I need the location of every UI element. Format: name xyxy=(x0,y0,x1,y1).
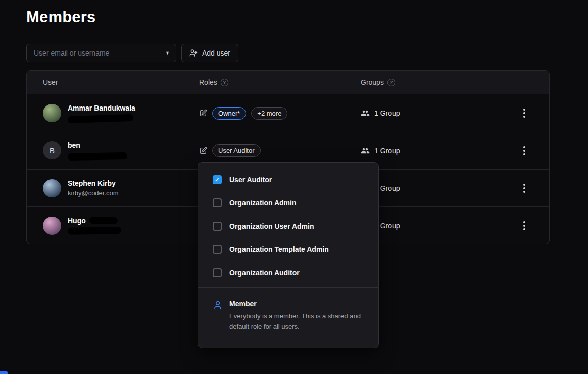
user-filter-input[interactable] xyxy=(33,48,161,58)
kebab-menu-button[interactable] xyxy=(516,105,532,121)
user-cell: Ammar Bandukwala xyxy=(27,104,199,123)
role-option[interactable]: Organization Auditor xyxy=(198,261,378,284)
user-plus-icon xyxy=(189,49,198,57)
member-role-info: Member Everybody is a member. This is a … xyxy=(198,288,378,332)
table-row: Ammar Bandukwala Owner* +2 more 1 Group xyxy=(27,94,549,132)
actions-cell xyxy=(509,218,549,234)
user-cell: B ben xyxy=(27,141,199,160)
toolbar: ▼ Add user xyxy=(26,44,238,62)
groups-cell: 1 Group xyxy=(361,146,509,155)
user-name: ben xyxy=(68,141,127,150)
kebab-menu-button[interactable] xyxy=(516,218,532,234)
roles-popover: User Auditor Organization Admin Organiza… xyxy=(198,162,379,348)
groups-cell: 1 Group xyxy=(361,109,509,118)
groups-icon xyxy=(361,109,370,118)
avatar: B xyxy=(43,141,61,159)
groups-count: 1 Group xyxy=(374,109,400,117)
actions-cell xyxy=(509,180,549,196)
user-name: Ammar Bandukwala xyxy=(68,104,135,113)
avatar xyxy=(43,179,61,197)
more-roles-pill[interactable]: +2 more xyxy=(251,107,287,120)
kebab-menu-button[interactable] xyxy=(516,143,532,159)
role-options-list: User Auditor Organization Admin Organiza… xyxy=(198,163,378,287)
checkbox-checked-icon[interactable] xyxy=(213,175,222,184)
actions-cell xyxy=(509,105,549,121)
groups-cell: 1 Group xyxy=(361,221,509,230)
role-pill: Owner* xyxy=(212,107,246,120)
avatar xyxy=(43,104,61,122)
role-option-label: Organization Admin xyxy=(229,199,296,207)
role-option-label: Organization Template Admin xyxy=(229,245,329,253)
column-header-roles-label: Roles xyxy=(199,78,217,86)
role-option-label: User Auditor xyxy=(229,176,272,184)
role-option-label: Organization User Admin xyxy=(229,222,314,230)
user-name: Hugo xyxy=(68,217,86,225)
role-option[interactable]: User Auditor xyxy=(198,168,378,191)
redacted-name xyxy=(89,217,118,224)
groups-count: 1 Group xyxy=(374,147,400,155)
column-header-roles: Roles xyxy=(199,78,361,86)
avatar xyxy=(43,217,61,235)
user-cell: Hugo xyxy=(27,217,199,235)
column-header-groups-label: Groups xyxy=(361,78,384,86)
page-title: Members xyxy=(26,8,96,26)
dev-badge[interactable] xyxy=(0,371,8,374)
add-user-button[interactable]: Add user xyxy=(181,44,238,62)
member-title: Member xyxy=(229,300,364,308)
column-header-user: User xyxy=(27,78,199,86)
edit-roles-button[interactable] xyxy=(199,109,207,117)
actions-cell xyxy=(509,143,549,159)
checkbox-icon[interactable] xyxy=(213,198,222,207)
roles-cell: User Auditor xyxy=(199,144,361,157)
groups-icon xyxy=(361,146,370,155)
user-email: kirby@coder.com xyxy=(68,189,119,197)
role-option[interactable]: Organization Template Admin xyxy=(198,238,378,261)
member-description: Everybody is a member. This is a shared … xyxy=(229,311,364,332)
role-option[interactable]: Organization Admin xyxy=(198,191,378,215)
groups-cell: 1 Group xyxy=(361,184,509,193)
role-pill: User Auditor xyxy=(212,144,261,157)
redacted-email xyxy=(68,152,127,161)
user-filter-combobox[interactable]: ▼ xyxy=(26,44,176,62)
column-header-user-label: User xyxy=(43,78,58,86)
chevron-down-icon: ▼ xyxy=(165,50,170,56)
edit-roles-button[interactable] xyxy=(199,147,207,155)
add-user-label: Add user xyxy=(202,49,230,57)
kebab-menu-button[interactable] xyxy=(516,180,532,196)
help-icon[interactable] xyxy=(387,79,395,86)
help-icon[interactable] xyxy=(221,79,228,86)
roles-cell: Owner* +2 more xyxy=(199,107,361,120)
role-option[interactable]: Organization User Admin xyxy=(198,215,378,238)
user-cell: Stephen Kirby kirby@coder.com xyxy=(27,179,199,197)
checkbox-icon[interactable] xyxy=(213,268,222,277)
table-header-row: User Roles Groups xyxy=(27,71,549,94)
user-name: Stephen Kirby xyxy=(68,179,119,188)
redacted-email xyxy=(68,227,121,235)
member-icon xyxy=(213,300,223,332)
role-option-label: Organization Auditor xyxy=(229,269,300,277)
redacted-email xyxy=(68,114,133,124)
checkbox-icon[interactable] xyxy=(213,222,222,231)
checkbox-icon[interactable] xyxy=(213,245,222,254)
column-header-groups: Groups xyxy=(361,78,509,86)
